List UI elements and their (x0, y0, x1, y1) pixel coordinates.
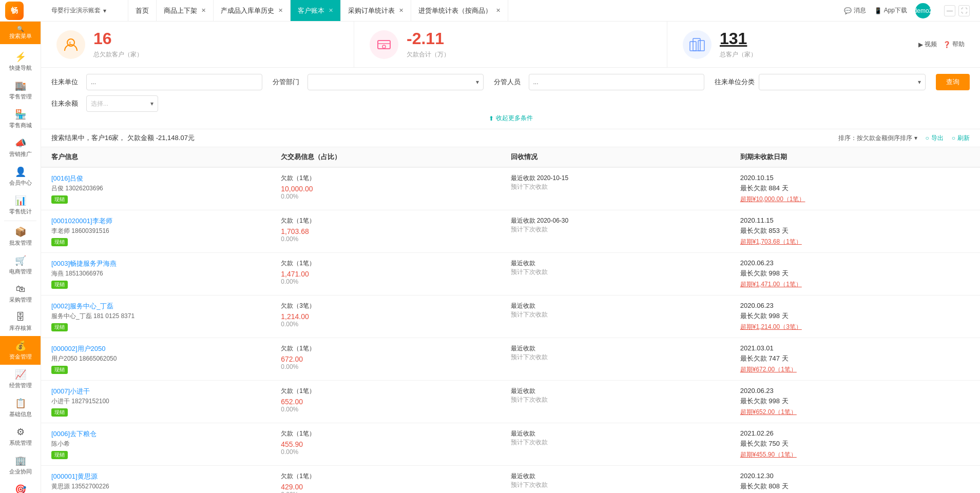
balance-label: 往来余额 (51, 99, 82, 108)
sort-btn[interactable]: 排序：按欠款金额倒序排序 ▾ (838, 134, 917, 143)
tab-product-off[interactable]: 商品上下架 ✕ (157, 0, 214, 21)
due-date-cell: 2020.06.23 最长欠款 998 天 超期¥1,471.00（1笔） (740, 259, 970, 289)
close-icon[interactable]: ✕ (399, 7, 403, 14)
balance-select[interactable]: 选择... ▾ (86, 95, 158, 112)
search-menu-btn[interactable]: 🔍 搜索菜单 (0, 22, 41, 44)
maximize-btn[interactable]: ⛶ (958, 5, 970, 16)
sidebar-item-new-guide[interactable]: 🎯 新手引导 (0, 480, 41, 493)
customer-info-cell: [0006]去下粮仓 陈小希 现销 (51, 429, 281, 459)
tab-purchase-order[interactable]: 采购订单统计表 ✕ (341, 0, 411, 21)
overdue-link[interactable]: 超期¥455.90（1笔） (740, 450, 970, 459)
customer-name[interactable]: [0007]小进干 (51, 387, 281, 396)
debt-info-cell: 欠款（1笔） 672.00 0.00% (281, 344, 510, 370)
customer-tag: 现销 (51, 366, 68, 374)
close-icon[interactable]: ✕ (201, 7, 206, 14)
due-date: 2021.03.01 (740, 344, 970, 352)
collapse-button[interactable]: ⬆ 收起更多条件 (489, 114, 533, 123)
close-icon[interactable]: ✕ (329, 7, 333, 14)
debt-amount[interactable]: 1,471.00 (281, 270, 510, 278)
svg-point-3 (382, 45, 386, 48)
tab-customer-account[interactable]: 客户账本 ✕ (291, 0, 341, 21)
close-icon[interactable]: ✕ (496, 7, 501, 14)
customer-name[interactable]: [0001020001]李老师 (51, 216, 281, 226)
manager-input[interactable]: ... (529, 74, 705, 90)
debt-percent: 0.00% (281, 321, 510, 328)
tab-production-history[interactable]: 产成品入库单历史 ✕ (214, 0, 291, 21)
branch-label: 分管部门 (273, 77, 303, 87)
customer-name[interactable]: [000001]黄思源 (51, 472, 281, 481)
overdue-link[interactable]: 超期¥1,471.00（1笔） (740, 280, 970, 289)
sidebar-item-quick-nav[interactable]: ⚡ 快捷导航 (0, 47, 41, 76)
tab-home[interactable]: 首页 (128, 0, 157, 21)
overdue-link[interactable]: 超期¥1,214.00（3笔） (740, 323, 970, 331)
overdue-link[interactable]: 超期¥10,000.00（1笔） (740, 195, 970, 204)
dropdown-arrow3: ▾ (150, 100, 153, 107)
sidebar-item-enterprise[interactable]: 🏢 企业协同 (0, 451, 41, 480)
sidebar-item-ecommerce[interactable]: 🛒 电商管理 (0, 251, 41, 280)
debt-amount[interactable]: 455.90 (281, 440, 510, 448)
debt-amount[interactable]: 672.00 (281, 355, 510, 363)
help-btn[interactable]: ❓ 帮助 (943, 40, 965, 49)
recovery-next: 预计下次收款 (511, 396, 740, 404)
sidebar-item-marketing[interactable]: 📣 营销推广 (0, 133, 41, 162)
inventory-icon: 🗄 (16, 312, 25, 323)
user-avatar[interactable]: demo2 (915, 3, 931, 18)
close-icon[interactable]: ✕ (278, 7, 283, 14)
company-selector[interactable]: 母婴行业演示账套 ▾ (46, 0, 128, 21)
mall-icon: 🏪 (15, 109, 26, 120)
sidebar-item-member-center[interactable]: 👤 会员中心 (0, 162, 41, 191)
customer-tag: 现销 (51, 408, 68, 417)
due-date-cell: 2020.11.15 最长欠款 853 天 超期¥1,703.68（1笔） (740, 216, 970, 246)
main-content: 🔍 搜索菜单 ⚡ 快捷导航 🏬 零售管理 🏪 零售商城 📣 营 (0, 22, 980, 493)
debt-amount[interactable]: 1,703.68 (281, 227, 510, 235)
customer-name[interactable]: [0006]去下粮仓 (51, 429, 281, 439)
sidebar-item-retail-mgmt[interactable]: 🏬 零售管理 (0, 76, 41, 105)
sidebar-item-system[interactable]: ⚙ 系统管理 (0, 422, 41, 451)
overdue-link[interactable]: 超期¥1,703.68（1笔） (740, 238, 970, 246)
debt-count: 欠款（1笔） (281, 429, 510, 438)
sidebar-item-retail-mall[interactable]: 🏪 零售商城 (0, 105, 41, 133)
unit-class-select[interactable]: ▾ (759, 74, 926, 90)
export-btn[interactable]: ○ 导出 (926, 134, 944, 143)
from-unit-input[interactable]: ... (86, 74, 262, 90)
customer-name[interactable]: [0003]畅捷服务尹海燕 (51, 259, 281, 268)
message-btn[interactable]: 💬 消息 (844, 6, 866, 15)
sort-label: 排序：按欠款金额倒序排序 (838, 134, 912, 143)
stat-icon-customers (683, 30, 712, 59)
recovery-last: 最近收款 (511, 302, 740, 310)
overdue-link[interactable]: 超期¥652.00（1笔） (740, 408, 970, 417)
help-icon: ❓ (943, 41, 951, 48)
due-date-cell: 2021.02.26 最长欠款 750 天 超期¥455.90（1笔） (740, 429, 970, 459)
sidebar-item-finance[interactable]: 💰 资金管理 (0, 336, 41, 365)
tab-goods-stats[interactable]: 进货单统计表（按商品） ✕ (411, 0, 508, 21)
customer-name[interactable]: [000002]用户2050 (51, 344, 281, 353)
stat-card-actions: ▶ 视频 ❓ 帮助 (918, 40, 965, 49)
sidebar-item-retail-stats[interactable]: 📊 零售统计 (0, 191, 41, 220)
branch-select[interactable]: ▾ (308, 74, 484, 90)
sidebar-item-operation[interactable]: 📈 经营管理 (0, 365, 41, 393)
refresh-btn[interactable]: ○ 刷新 (952, 134, 970, 143)
minimize-btn[interactable]: — (944, 5, 955, 16)
sidebar-item-basic[interactable]: 📋 基础信息 (0, 393, 41, 422)
debt-amount[interactable]: 1,214.00 (281, 312, 510, 321)
sidebar-item-purchase[interactable]: 🛍 采购管理 (0, 280, 41, 308)
app-container: 畅 母婴行业演示账套 ▾ 首页 商品上下架 ✕ 产成品入库单历史 ✕ 客户账本 … (0, 0, 980, 493)
filter-row-1: 往来单位 ... 分管部门 ▾ 分管人员 (51, 74, 970, 90)
sidebar-item-inventory[interactable]: 🗄 库存核算 (0, 308, 41, 336)
debt-amount[interactable]: 10,000.00 (281, 185, 510, 193)
sidebar-item-batch-mgmt[interactable]: 📦 批发管理 (0, 222, 41, 251)
video-btn[interactable]: ▶ 视频 (918, 40, 937, 49)
batch-icon: 📦 (15, 226, 26, 238)
customer-name[interactable]: [0016]吕俊 (51, 174, 281, 183)
recovery-next: 预计下次收款 (511, 268, 740, 277)
col-recovery: 回收情况 (511, 152, 740, 162)
app-download-btn[interactable]: 📱 App下载 (874, 6, 907, 15)
overdue-days: 最长欠款 998 天 (740, 311, 970, 321)
table-header: 客户信息 欠交易信息（占比） 回收情况 到期未收款日期 (41, 147, 980, 168)
overdue-link[interactable]: 超期¥672.00（1笔） (740, 365, 970, 374)
search-button[interactable]: 查询 (936, 74, 970, 90)
debt-amount[interactable]: 652.00 (281, 398, 510, 406)
customer-name[interactable]: [0002]服务中心_丁磊 (51, 302, 281, 311)
debt-amount[interactable]: 429.00 (281, 483, 510, 491)
overdue-days: 最长欠款 747 天 (740, 354, 970, 363)
